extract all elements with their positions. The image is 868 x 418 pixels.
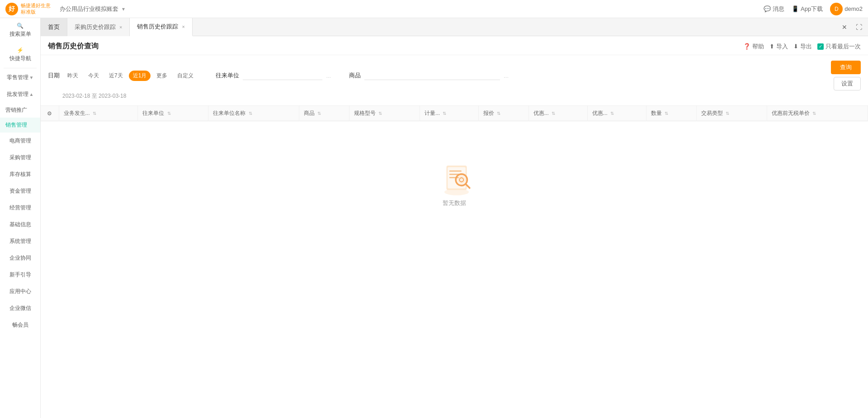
- table-header-row: ⚙ 业务发生... ⇅ 往来单位 ⇅ 往来单位名称: [41, 106, 868, 121]
- logo-icon: 好: [5, 3, 18, 15]
- settings-button[interactable]: 设置: [834, 77, 861, 90]
- sort-icon-discount1: ⇅: [552, 111, 555, 116]
- tab-home[interactable]: 首页: [41, 18, 67, 36]
- sidebar-item-basic-info[interactable]: 基础信息: [0, 216, 40, 233]
- sidebar-item-ecommerce[interactable]: 电商管理: [0, 133, 40, 149]
- app-download-btn[interactable]: 📱 App下载: [792, 5, 823, 13]
- page-content: 销售历史价查询 ❓ 帮助 ⬆ 导入 ⬇ 导出 ✓: [41, 36, 868, 418]
- tab-bar-actions: ✕ ⛶: [839, 22, 868, 33]
- empty-state: 暂无数据: [41, 121, 868, 243]
- user-area[interactable]: D demo2: [830, 3, 863, 15]
- tab-sales-close[interactable]: ×: [182, 24, 184, 29]
- quick-nav-icon: ⚡: [17, 47, 24, 53]
- filter-row: 日期 昨天 今天 近7天 近1月 更多 自定义 往来单位: [48, 61, 861, 90]
- col-quantity[interactable]: 数量 ⇅: [646, 106, 696, 121]
- sidebar-item-operation[interactable]: 经营管理: [0, 200, 40, 216]
- product-input[interactable]: [364, 71, 500, 80]
- col-settings[interactable]: ⚙: [41, 106, 59, 121]
- partner-dots[interactable]: ...: [326, 72, 331, 79]
- top-bar-right: 💬 消息 📱 App下载 D demo2: [764, 3, 863, 15]
- date-btn-yesterday[interactable]: 昨天: [63, 71, 82, 81]
- svg-rect-5: [449, 177, 459, 178]
- sort-icon-spec: ⇅: [378, 111, 382, 116]
- partner-input[interactable]: [243, 71, 322, 80]
- date-btn-today[interactable]: 今天: [84, 71, 103, 81]
- sidebar-item-guide[interactable]: 新手引导: [0, 266, 40, 283]
- export-icon: ⬇: [793, 43, 798, 50]
- import-icon: ⬆: [769, 43, 774, 50]
- logo-area: 好 畅捷通好生意 标准版: [5, 3, 51, 15]
- sort-icon-discount2: ⇅: [610, 111, 614, 116]
- date-btn-custom[interactable]: 自定义: [173, 71, 198, 81]
- sidebar-item-enterprise[interactable]: 企业协同: [0, 250, 40, 266]
- sidebar-item-purchase[interactable]: 采购管理: [0, 149, 40, 166]
- app-title-dropdown[interactable]: ▾: [122, 6, 125, 12]
- import-btn[interactable]: ⬆ 导入: [769, 43, 788, 51]
- col-trade-type[interactable]: 交易类型 ⇅: [696, 106, 767, 121]
- only-last-checkbox[interactable]: ✓: [817, 43, 824, 50]
- sort-icon-product: ⇅: [317, 111, 321, 116]
- settings-icon: ⚙: [47, 110, 52, 117]
- col-partner-name[interactable]: 往来单位名称 ⇅: [208, 106, 299, 121]
- help-icon: ❓: [743, 43, 750, 50]
- col-product[interactable]: 商品 ⇅: [299, 106, 349, 121]
- sidebar-item-inventory[interactable]: 库存核算: [0, 166, 40, 183]
- sidebar-item-quick-nav[interactable]: ⚡ 快捷导航: [0, 43, 40, 67]
- page-title: 销售历史价查询: [48, 42, 99, 51]
- filter-area: 日期 昨天 今天 近7天 近1月 更多 自定义 往来单位: [41, 55, 868, 106]
- date-btns: 昨天 今天 近7天 近1月 更多 自定义: [63, 71, 198, 81]
- export-btn[interactable]: ⬇ 导出: [793, 43, 812, 51]
- date-range-display: 2023-02-18 至 2023-03-18: [61, 92, 861, 100]
- action-btns: 查询 设置: [831, 61, 861, 90]
- help-btn[interactable]: ❓ 帮助: [743, 43, 764, 51]
- sidebar-item-member[interactable]: 畅会员: [0, 317, 40, 333]
- download-icon: 📱: [792, 5, 799, 12]
- col-business-date[interactable]: 业务发生... ⇅: [59, 106, 138, 121]
- date-btn-7days[interactable]: 近7天: [105, 71, 127, 81]
- sort-icon-partner-name: ⇅: [249, 111, 252, 116]
- sort-icon-partner-code: ⇅: [167, 111, 171, 116]
- tab-sales-history[interactable]: 销售历史价跟踪 ×: [130, 18, 192, 36]
- tab-purchase-history[interactable]: 采购历史价跟踪 ×: [67, 18, 130, 36]
- tab-maximize-btn[interactable]: ⛶: [854, 22, 864, 33]
- partner-label: 往来单位: [216, 71, 239, 80]
- date-btn-1month[interactable]: 近1月: [129, 71, 151, 81]
- sidebar-item-search[interactable]: 🔍 搜索菜单: [0, 18, 40, 43]
- sidebar-item-system[interactable]: 系统管理: [0, 233, 40, 250]
- date-btn-more[interactable]: 更多: [152, 71, 171, 81]
- sidebar-item-retail[interactable]: 零售管理 ▼: [0, 69, 40, 86]
- svg-point-7: [458, 176, 466, 184]
- sidebar-item-finance[interactable]: 资金管理: [0, 183, 40, 200]
- sort-icon-unit: ⇅: [443, 111, 446, 116]
- date-range-text: 2023-02-18 至 2023-03-18: [62, 93, 126, 99]
- data-table: ⚙ 业务发生... ⇅ 往来单位 ⇅ 往来单位名称: [41, 106, 868, 121]
- tab-purchase-close[interactable]: ×: [119, 24, 122, 30]
- sort-icon-price: ⇅: [497, 111, 500, 116]
- top-bar: 好 畅捷通好生意 标准版 办公用品行业模拟账套 ▾ 💬 消息 📱 App下载 D…: [0, 0, 868, 18]
- col-partner-code[interactable]: 往来单位 ⇅: [138, 106, 208, 121]
- query-button[interactable]: 查询: [831, 61, 861, 74]
- col-pre-tax-price[interactable]: 优惠前无税单价 ⇅: [767, 106, 868, 121]
- sidebar-item-app-center[interactable]: 应用中心: [0, 283, 40, 300]
- col-price[interactable]: 报价 ⇅: [478, 106, 528, 121]
- sidebar-item-wechat[interactable]: 企业微信: [0, 300, 40, 317]
- only-last-btn[interactable]: ✓ 只看最后一次: [817, 43, 861, 51]
- col-spec[interactable]: 规格型号 ⇅: [349, 106, 420, 121]
- col-discount1[interactable]: 优惠... ⇅: [528, 106, 587, 121]
- svg-rect-3: [449, 171, 462, 172]
- page-header: 销售历史价查询 ❓ 帮助 ⬆ 导入 ⬇ 导出 ✓: [41, 36, 868, 55]
- product-dots[interactable]: ...: [504, 72, 509, 79]
- col-discount2[interactable]: 优惠... ⇅: [587, 106, 646, 121]
- empty-icon: [436, 157, 472, 194]
- tab-bar: 首页 采购历史价跟踪 × 销售历史价跟踪 × ✕ ⛶: [41, 18, 868, 36]
- message-btn[interactable]: 💬 消息: [764, 5, 784, 13]
- partner-filter-group: 往来单位 ...: [216, 71, 331, 80]
- sidebar-item-sales[interactable]: 销售管理: [0, 118, 40, 133]
- table-wrapper: ⚙ 业务发生... ⇅ 往来单位 ⇅ 往来单位名称: [41, 106, 868, 243]
- avatar: D: [830, 3, 843, 15]
- sidebar-item-marketing[interactable]: 营销推广: [0, 103, 40, 118]
- tab-close-btn[interactable]: ✕: [839, 22, 850, 33]
- page-header-actions: ❓ 帮助 ⬆ 导入 ⬇ 导出 ✓ 只看最后一次: [743, 43, 861, 51]
- sidebar-item-wholesale[interactable]: 批发管理 ▲: [0, 86, 40, 103]
- col-unit[interactable]: 计量... ⇅: [420, 106, 479, 121]
